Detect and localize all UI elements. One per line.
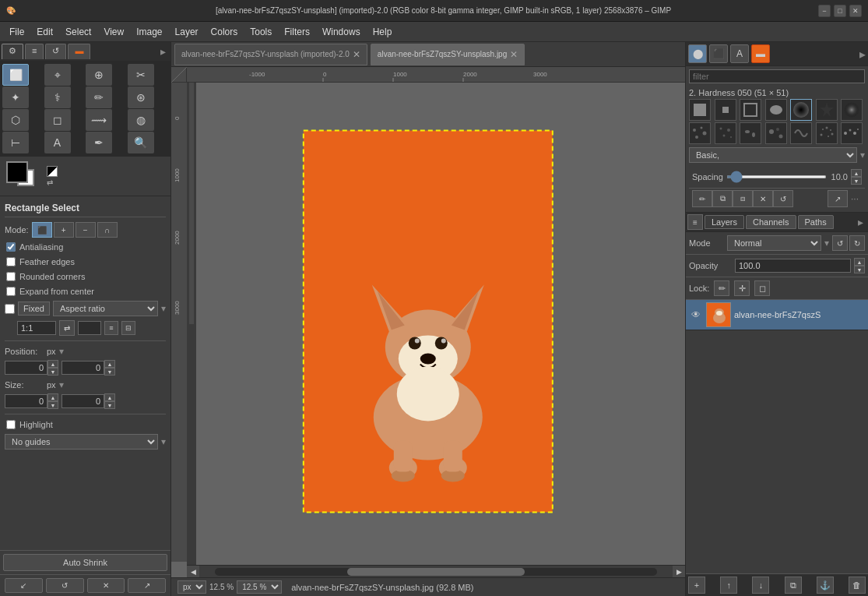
expand-checkbox[interactable]	[6, 287, 16, 296]
brush-item-rect-sm[interactable]	[715, 99, 736, 121]
toolbox-tab-color[interactable]: ▬	[68, 44, 90, 59]
brush-tab-icon[interactable]: ⬤	[688, 44, 707, 63]
tool-zoom[interactable]: 🔍	[128, 132, 154, 153]
brush-item-scatter-7[interactable]	[841, 122, 863, 144]
mode-add[interactable]: +	[54, 222, 74, 238]
brush-item-scatter-1[interactable]	[689, 122, 711, 144]
brush-copy-button[interactable]: ⧉	[712, 190, 733, 207]
opacity-down[interactable]: ▼	[854, 266, 865, 273]
lock-alpha-button[interactable]: ◻	[754, 280, 770, 296]
layers-tab[interactable]: Layers	[705, 215, 744, 229]
category-expand[interactable]: ▾	[860, 150, 865, 160]
duplicate-layer-button[interactable]: ⧉	[785, 577, 802, 594]
brush-item-star[interactable]	[816, 99, 838, 121]
canvas-tab-1-close[interactable]: ✕	[353, 49, 360, 60]
tool-eraser[interactable]: ◻	[44, 109, 71, 131]
pos-y-down[interactable]: ▼	[104, 368, 115, 376]
layer-item-0[interactable]: 👁 alvan-nee-brFsZ7qszS	[686, 300, 868, 330]
scroll-left-button[interactable]: ◀	[187, 566, 199, 578]
brush-edit-button[interactable]: ✏	[692, 190, 712, 207]
toolbox-tab-options[interactable]: ≡	[25, 44, 44, 59]
delete-layer-button[interactable]: 🗑	[849, 577, 866, 594]
pos-x-down[interactable]: ▼	[47, 368, 58, 376]
delete-tool-options-button[interactable]: ✕	[87, 578, 125, 593]
opacity-input[interactable]: 100.0	[735, 259, 851, 273]
tool-colorpicker[interactable]: ✒	[86, 132, 112, 153]
layer-mode-expand[interactable]: ▾	[824, 238, 829, 249]
tool-free-select[interactable]: ⌖	[44, 64, 71, 86]
size-h-down[interactable]: ▼	[104, 401, 115, 409]
ratio-swap-button[interactable]: ⇄	[59, 320, 75, 336]
brush-item-circle-lg[interactable]	[790, 99, 812, 121]
unit-select[interactable]: px	[177, 580, 206, 594]
brush-item-scatter-5[interactable]	[790, 122, 812, 144]
brush-item-scatter-3[interactable]	[740, 122, 761, 144]
lock-paint-button[interactable]: ✏	[714, 280, 729, 296]
brush-paste-button[interactable]: ⧈	[733, 190, 753, 207]
channels-tab[interactable]: Channels	[746, 215, 796, 229]
brush-item-soft-circle[interactable]	[841, 99, 863, 121]
menu-edit[interactable]: Edit	[30, 25, 59, 39]
size-h-up[interactable]: ▲	[104, 393, 115, 401]
ratio-reset-button[interactable]: ⊟	[121, 321, 135, 335]
font-tab-icon[interactable]: A	[730, 44, 749, 63]
brush-delete-button[interactable]: ✕	[753, 190, 773, 207]
gradient-tab-icon[interactable]: ▬	[751, 44, 770, 63]
tool-text[interactable]: A	[44, 132, 71, 153]
fixed-label[interactable]: Fixed	[18, 302, 50, 316]
guides-select[interactable]: No guides	[5, 434, 158, 450]
color-reset[interactable]	[47, 166, 58, 177]
layer-visibility-toggle[interactable]: 👁	[689, 308, 703, 322]
reset-button[interactable]: ↺	[46, 578, 84, 593]
tool-blur[interactable]: ◍	[128, 109, 154, 131]
canvas-tab-2[interactable]: alvan-nee-brFsZ7qszSY-unsplash.jpg ✕	[371, 44, 525, 65]
spacing-down[interactable]: ▼	[851, 177, 862, 185]
pattern-tab-icon[interactable]: ⬛	[709, 44, 728, 63]
lower-layer-button[interactable]: ↓	[752, 577, 769, 594]
scroll-right-button[interactable]: ▶	[673, 566, 685, 578]
pos-y-up[interactable]: ▲	[104, 360, 115, 368]
lock-position-button[interactable]: ✛	[734, 280, 750, 296]
brush-refresh-button[interactable]: ↺	[773, 190, 793, 207]
pos-y-input[interactable]	[61, 361, 104, 375]
mode-subtract[interactable]: −	[76, 222, 96, 238]
tool-paint[interactable]: ✏	[86, 86, 112, 108]
size-w-up[interactable]: ▲	[47, 393, 58, 401]
mode-replace[interactable]: ⬛	[32, 222, 52, 238]
antialiasing-checkbox[interactable]	[6, 242, 16, 252]
menu-image[interactable]: Image	[130, 25, 168, 39]
save-tool-options-button[interactable]: ↗	[128, 578, 166, 593]
aspect-ratio-select[interactable]: Aspect ratio	[53, 301, 158, 316]
tool-bucket[interactable]: ⬡	[2, 109, 29, 131]
anchor-layer-button[interactable]: ⚓	[817, 577, 834, 594]
toolbox-tab-history[interactable]: ↺	[45, 44, 66, 59]
maximize-button[interactable]: □	[834, 5, 846, 17]
menu-file[interactable]: File	[3, 25, 30, 39]
pos-x-input[interactable]	[5, 361, 47, 375]
brush-item-scatter-4[interactable]	[765, 122, 787, 144]
mode-intersect[interactable]: ∩	[97, 222, 118, 238]
close-button[interactable]: ✕	[849, 5, 862, 17]
opacity-up[interactable]: ▲	[854, 258, 865, 266]
canvas-tab-1[interactable]: alvan-nee-brFsZ7qszSY-unsplash (imported…	[174, 44, 367, 65]
tool-fuzzy-select[interactable]: ⊕	[86, 64, 112, 86]
menu-colors[interactable]: Colors	[205, 25, 244, 39]
toolbox-expand[interactable]: ▸	[157, 44, 169, 59]
size-unit-expand[interactable]: ▾	[59, 379, 64, 390]
pos-x-up[interactable]: ▲	[47, 360, 58, 368]
minimize-button[interactable]: −	[818, 5, 831, 17]
pos-unit-expand[interactable]: ▾	[59, 346, 64, 357]
scrollbar-thumb-h[interactable]	[347, 568, 524, 576]
layer-undo-button[interactable]: ↺	[832, 235, 848, 251]
layer-redo-button[interactable]: ↻	[849, 235, 865, 251]
fixed-checkbox[interactable]	[5, 304, 15, 314]
right-panel-expand-icon[interactable]: ▸	[859, 47, 866, 62]
menu-select[interactable]: Select	[59, 25, 97, 39]
ratio-options-button[interactable]: ≡	[104, 321, 118, 335]
color-selector[interactable]	[6, 161, 37, 191]
highlight-checkbox[interactable]	[6, 420, 16, 429]
auto-shrink-button[interactable]: Auto Shrink	[3, 554, 167, 571]
brush-more-button[interactable]: ↗	[828, 190, 848, 207]
menu-layer[interactable]: Layer	[169, 25, 205, 39]
raise-layer-button[interactable]: ↑	[720, 577, 737, 594]
